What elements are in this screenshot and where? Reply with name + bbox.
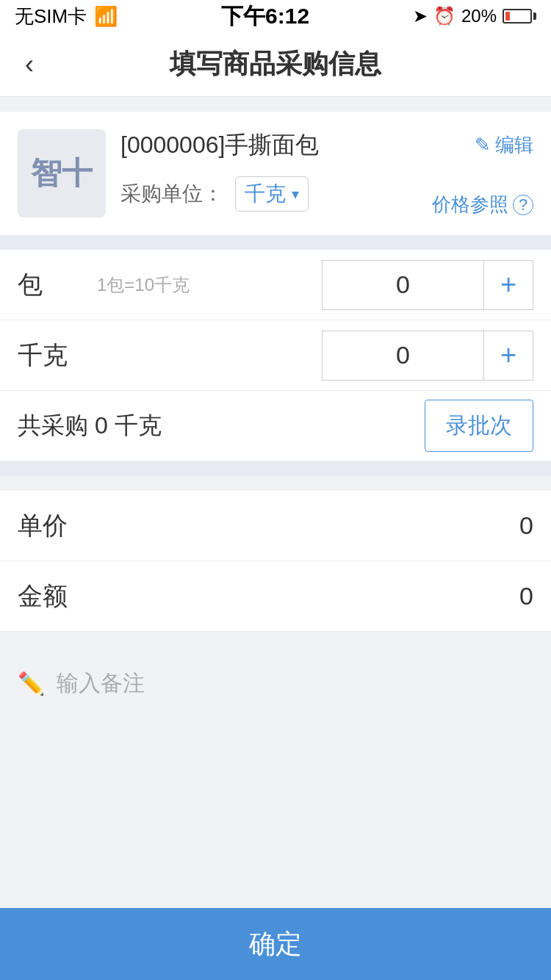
unit-label: 采购单位： <box>120 180 223 208</box>
edit-button[interactable]: ✎ 编辑 <box>475 132 533 158</box>
confirm-bar[interactable]: 确定 <box>0 908 551 980</box>
section-divider-1 <box>0 235 551 250</box>
section-divider-2 <box>0 461 551 476</box>
quantity-section: 包 1包=10千克 + 千克 + 共采购 0 千克 录批次 <box>0 250 551 461</box>
kg-input[interactable] <box>322 331 483 381</box>
pencil-icon: ✏️ <box>18 671 45 696</box>
notes-placeholder-row: ✏️ 输入备注 <box>18 669 533 699</box>
kg-controls: + <box>322 331 533 381</box>
unit-price-value: 0 <box>519 511 533 540</box>
confirm-button[interactable]: 确定 <box>249 926 302 962</box>
notes-placeholder-text: 输入备注 <box>57 669 145 699</box>
record-batch-button[interactable]: 录批次 <box>425 400 533 452</box>
alarm-icon: ⏰ <box>433 6 455 26</box>
product-name: [0000006]手撕面包 <box>120 129 533 162</box>
wifi-icon: 📶 <box>94 5 118 28</box>
bao-input[interactable] <box>322 260 483 310</box>
battery-icon <box>503 9 536 24</box>
price-ref-button[interactable]: 价格参照 ? <box>432 192 533 217</box>
total-row: 共采购 0 千克 录批次 <box>0 391 551 461</box>
unit-price-label: 单价 <box>18 509 519 543</box>
status-left: 无SIM卡 📶 <box>15 4 118 29</box>
total-label: 共采购 0 千克 <box>18 410 425 442</box>
battery-percent: 20% <box>461 6 497 26</box>
carrier-text: 无SIM卡 <box>15 4 87 29</box>
bao-plus-button[interactable]: + <box>483 260 533 310</box>
notes-section[interactable]: ✏️ 输入备注 <box>0 646 551 940</box>
edit-icon: ✎ <box>475 134 491 156</box>
unit-select[interactable]: 千克 ▾ <box>235 176 309 212</box>
kg-plus-button[interactable]: + <box>483 331 533 381</box>
product-thumbnail: 智十 <box>18 129 106 217</box>
back-button[interactable]: ‹ <box>18 42 41 87</box>
price-section: 单价 0 金额 0 <box>0 491 551 632</box>
nav-bar: ‹ 填写商品采购信息 <box>0 32 551 97</box>
page-title: 填写商品采购信息 <box>170 46 381 82</box>
chevron-down-icon: ▾ <box>292 185 299 203</box>
amount-value: 0 <box>519 582 533 610</box>
unit-price-row: 单价 0 <box>0 491 551 561</box>
help-icon: ? <box>513 195 533 215</box>
location-icon: ➤ <box>413 6 428 26</box>
amount-row: 金额 0 <box>0 561 551 632</box>
price-ref-label: 价格参照 <box>432 192 508 217</box>
status-time: 下午6:12 <box>221 1 309 32</box>
product-card: 智十 [0000006]手撕面包 采购单位： 千克 ▾ ✎ 编辑 价格参照 ? <box>0 112 551 235</box>
kg-label: 千克 <box>18 339 91 372</box>
bao-controls: + <box>322 260 533 310</box>
unit-value: 千克 <box>245 180 286 208</box>
bao-label: 包 <box>18 268 91 302</box>
bao-sublabel: 1包=10千克 <box>97 273 322 297</box>
status-bar: 无SIM卡 📶 下午6:12 ➤ ⏰ 20% <box>0 0 551 32</box>
status-right: ➤ ⏰ 20% <box>413 6 536 26</box>
bao-row: 包 1包=10千克 + <box>0 250 551 320</box>
product-logo: 智十 <box>31 153 93 194</box>
kg-row: 千克 + <box>0 320 551 391</box>
amount-label: 金额 <box>18 580 519 613</box>
